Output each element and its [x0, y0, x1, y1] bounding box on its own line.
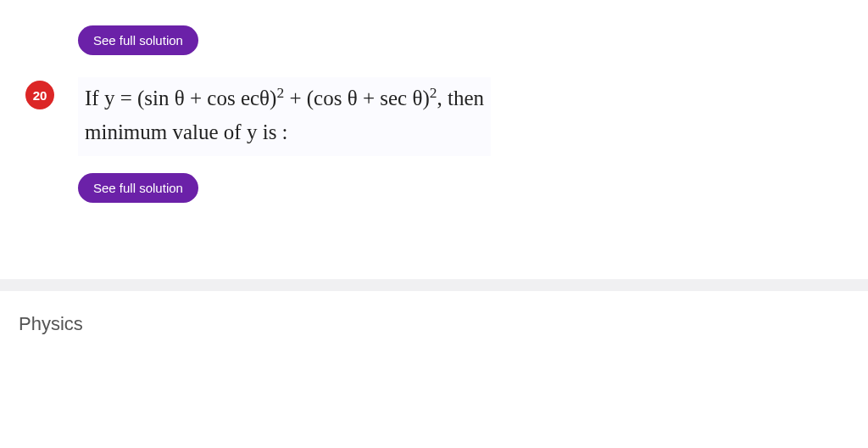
question-exponent-1: 2 — [276, 84, 284, 101]
question-prefix: If y = (sin θ + cos ecθ) — [85, 87, 276, 109]
question-number-badge: 20 — [25, 81, 54, 109]
question-mid: + (cos θ + sec θ) — [284, 87, 430, 109]
question-suffix: , then — [437, 87, 484, 109]
question-text-line1: If y = (sin θ + cos ecθ)2 + (cos θ + sec… — [85, 81, 484, 115]
section-divider — [0, 279, 868, 291]
question-body: If y = (sin θ + cos ecθ)2 + (cos θ + sec… — [78, 77, 491, 156]
subject-heading: Physics — [0, 291, 868, 335]
see-full-solution-button-top[interactable]: See full solution — [78, 25, 198, 55]
question-text-line2: minimum value of y is : — [85, 115, 484, 149]
question-row: 20 If y = (sin θ + cos ecθ)2 + (cos θ + … — [25, 77, 868, 156]
see-full-solution-button-bottom[interactable]: See full solution — [78, 173, 198, 203]
